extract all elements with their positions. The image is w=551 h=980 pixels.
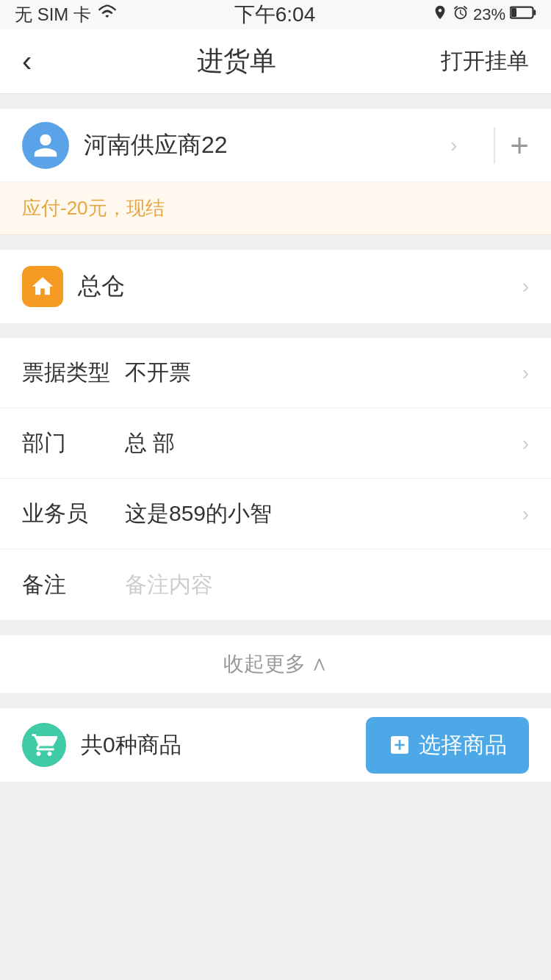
status-time: 下午6:04 bbox=[234, 1, 316, 29]
wifi-icon bbox=[97, 2, 118, 27]
warehouse-section[interactable]: 总仓 › bbox=[0, 250, 551, 323]
collapse-text: 收起更多 ∧ bbox=[223, 650, 328, 678]
main-background bbox=[0, 782, 551, 980]
salesperson-label: 业务员 bbox=[22, 499, 125, 529]
notice-text: 应付-20元，现结 bbox=[22, 197, 165, 219]
select-product-button[interactable]: 选择商品 bbox=[366, 717, 529, 774]
status-left: 无 SIM 卡 bbox=[15, 2, 118, 27]
remark-input[interactable]: 备注内容 bbox=[125, 570, 529, 600]
add-supplier-button[interactable]: + bbox=[510, 127, 529, 164]
form-section: 票据类型 不开票 › 部门 总 部 › 业务员 这是859的小智 › 备注 备注… bbox=[0, 338, 551, 620]
invoice-type-label: 票据类型 bbox=[22, 358, 125, 388]
invoice-type-chevron-icon: › bbox=[522, 361, 529, 385]
section-gap-1 bbox=[0, 94, 551, 109]
department-value: 总 部 bbox=[125, 428, 522, 458]
product-count-label: 共0种商品 bbox=[81, 730, 366, 760]
page-title: 进货单 bbox=[197, 43, 276, 79]
salesperson-chevron-icon: › bbox=[522, 502, 529, 526]
supplier-avatar bbox=[22, 122, 69, 169]
open-pending-button[interactable]: 打开挂单 bbox=[441, 46, 529, 76]
battery-icon bbox=[510, 4, 536, 25]
svg-rect-2 bbox=[511, 8, 517, 17]
collapse-row[interactable]: 收起更多 ∧ bbox=[0, 635, 551, 693]
department-row[interactable]: 部门 总 部 › bbox=[0, 408, 551, 479]
location-icon bbox=[432, 4, 448, 25]
product-icon bbox=[22, 723, 66, 767]
salesperson-value: 这是859的小智 bbox=[125, 499, 522, 529]
back-button[interactable]: ‹ bbox=[22, 45, 32, 78]
nav-bar: ‹ 进货单 打开挂单 bbox=[0, 29, 551, 94]
warehouse-name: 总仓 bbox=[78, 270, 522, 303]
salesperson-row[interactable]: 业务员 这是859的小智 › bbox=[0, 479, 551, 550]
invoice-type-row[interactable]: 票据类型 不开票 › bbox=[0, 338, 551, 408]
cart-icon bbox=[31, 732, 57, 758]
supplier-section: 河南供应商22 › + bbox=[0, 109, 551, 182]
alarm-icon bbox=[453, 4, 469, 25]
warehouse-chevron-icon: › bbox=[522, 275, 529, 298]
supplier-divider bbox=[494, 127, 495, 164]
department-chevron-icon: › bbox=[522, 432, 529, 455]
status-right: 23% bbox=[432, 4, 536, 25]
svg-rect-1 bbox=[533, 10, 536, 15]
person-icon bbox=[32, 131, 60, 159]
department-label: 部门 bbox=[22, 428, 125, 458]
remark-label: 备注 bbox=[22, 570, 125, 600]
select-product-icon bbox=[388, 733, 411, 757]
invoice-type-value: 不开票 bbox=[125, 358, 522, 388]
battery-label: 23% bbox=[473, 5, 505, 24]
supplier-name[interactable]: 河南供应商22 bbox=[84, 129, 450, 162]
carrier-label: 无 SIM 卡 bbox=[15, 3, 91, 26]
select-product-label: 选择商品 bbox=[419, 730, 507, 760]
product-section: 共0种商品 选择商品 bbox=[0, 708, 551, 782]
remark-row[interactable]: 备注 备注内容 bbox=[0, 550, 551, 620]
supplier-chevron-icon: › bbox=[450, 134, 457, 157]
home-icon bbox=[30, 274, 55, 299]
warehouse-icon bbox=[22, 266, 63, 307]
status-bar: 无 SIM 卡 下午6:04 23% bbox=[0, 0, 551, 29]
notice-banner: 应付-20元，现结 bbox=[0, 182, 551, 235]
